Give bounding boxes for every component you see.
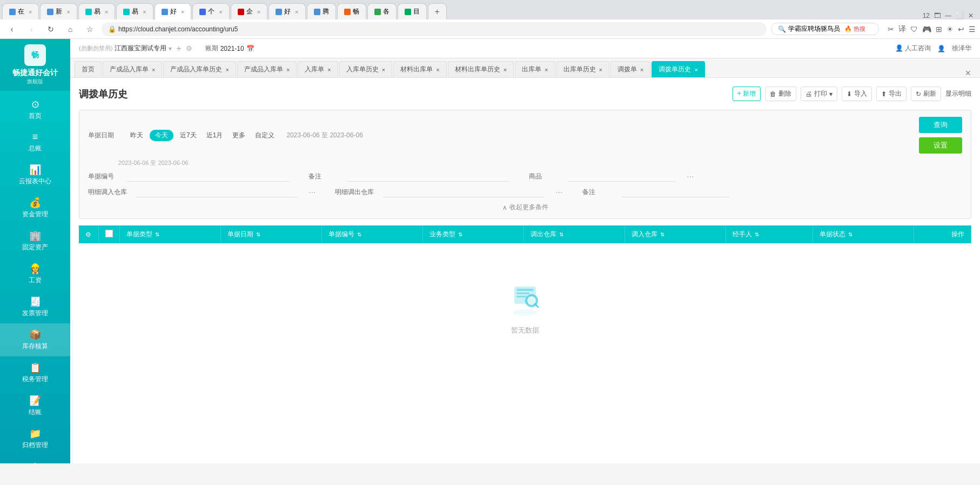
delete-btn[interactable]: 🗑 删除 (765, 87, 796, 101)
sidebar-item-close[interactable]: 📝 结账 (0, 389, 70, 422)
sidebar-item-reports[interactable]: 📊 云报表中心 (0, 158, 70, 191)
customer-service-btn[interactable]: 👤 人工咨询 (895, 44, 931, 53)
page-tab-transfer-history[interactable]: 调拨单历史 × (652, 61, 704, 77)
th-transfer-in[interactable]: 调入仓库 ⇅ (625, 225, 726, 243)
browser-tab-2[interactable]: 新 × (40, 3, 77, 19)
date-btn-more[interactable]: 更多 (229, 130, 249, 141)
undo-icon[interactable]: ↩ (958, 25, 964, 34)
shield-icon[interactable]: 🛡 (910, 25, 918, 34)
sort-biz-type-icon[interactable]: ⇅ (458, 231, 462, 237)
sidebar-item-ledger[interactable]: ≡ 总账 (0, 126, 70, 158)
browser-tab-1[interactable]: 在 × (2, 3, 39, 19)
page-tab-stock-in[interactable]: 产成品入库单 × (103, 61, 162, 77)
th-checkbox[interactable] (98, 225, 119, 243)
browser-tab-10[interactable]: 畅 (337, 3, 366, 19)
page-tab-home[interactable]: 首页 (75, 61, 102, 77)
sidebar-item-funds[interactable]: 💰 资金管理 (0, 191, 70, 224)
export-btn[interactable]: ⬆ 导出 (876, 87, 907, 101)
page-tab-material-out[interactable]: 材料出库单 × (393, 61, 446, 77)
display-detail-btn[interactable]: 显示明细 (945, 89, 971, 98)
th-voucher-no[interactable]: 单据编号 ⇅ (321, 225, 422, 243)
th-status[interactable]: 单据状态 ⇅ (813, 225, 914, 243)
settings-button[interactable]: 设置 (919, 137, 962, 154)
close-tab-transfer[interactable]: × (640, 67, 643, 73)
browser-tab-8[interactable]: 好 × (269, 3, 305, 19)
sort-voucher-type-icon[interactable]: ⇅ (155, 231, 159, 237)
date-btn-yesterday[interactable]: 昨天 (127, 130, 146, 141)
browser-tab-5[interactable]: 好 × (155, 3, 191, 19)
print-btn[interactable]: 🖨 打印 ▾ (801, 87, 837, 101)
user-avatar[interactable]: 👤 (937, 45, 945, 52)
close-tab-transfer-history[interactable]: × (694, 67, 697, 73)
sort-status-icon[interactable]: ⇅ (848, 231, 853, 237)
close-tab-inbound-history[interactable]: × (382, 67, 385, 73)
sort-transfer-in-icon[interactable]: ⇅ (660, 231, 664, 237)
page-tab-inbound-history[interactable]: 入库单历史 × (339, 61, 392, 77)
collapse-filter-btn[interactable]: ∧ 收起更多条件 (88, 203, 962, 212)
settings-gear-icon[interactable]: ⚙ (186, 44, 192, 52)
browser-tab-4[interactable]: 易 × (116, 3, 153, 19)
company-selector[interactable]: (勿删勿禁用) 江西服宝测试专用 ▾ (79, 44, 172, 53)
page-tab-outbound[interactable]: 出库单 × (515, 61, 555, 77)
date-btn-1month[interactable]: 近1月 (203, 130, 226, 141)
th-voucher-type[interactable]: 单据类型 ⇅ (119, 225, 220, 243)
sidebar-item-inventory[interactable]: 📦 库存核算 (0, 323, 70, 356)
home-button[interactable]: ⌂ (63, 22, 78, 37)
date-btn-today[interactable]: 今天 (150, 130, 173, 141)
query-button[interactable]: 查询 (919, 117, 962, 133)
date-btn-custom[interactable]: 自定义 (252, 130, 278, 141)
period-selector[interactable]: 账期 2021-10 📅 (205, 44, 254, 53)
sidebar-item-invoice[interactable]: 🧾 发票管理 (0, 290, 70, 323)
close-all-tabs-btn[interactable]: ✕ (961, 69, 976, 77)
date-btn-7days[interactable]: 近7天 (177, 130, 200, 141)
search-bar[interactable]: 🔍 学霸应聘场驱鸟员 🔥 热搜 (771, 23, 879, 35)
page-tab-transfer[interactable]: 调拨单 × (610, 61, 650, 77)
th-gear[interactable]: ⚙ (79, 225, 98, 243)
new-tab-btn[interactable]: + (428, 3, 447, 19)
remark-input[interactable] (621, 187, 729, 197)
close-tab-outbound[interactable]: × (545, 67, 548, 73)
close-tab-inbound[interactable]: × (327, 67, 331, 73)
sidebar-item-salary[interactable]: 👷 工资 (0, 257, 70, 290)
sidebar-item-settings[interactable]: ⚙ 基础设置 (0, 455, 70, 463)
game-icon[interactable]: 🎮 (922, 25, 931, 34)
page-tab-stock-in-2[interactable]: 产成品入库单 × (237, 61, 297, 77)
new-btn[interactable]: + 新增 (733, 87, 761, 101)
forward-button[interactable]: › (24, 22, 39, 37)
theme-icon[interactable]: ☀ (947, 25, 954, 34)
sidebar-item-tax[interactable]: 📋 税务管理 (0, 356, 70, 389)
detail-in-input[interactable] (136, 187, 298, 197)
detail-out-input[interactable] (382, 187, 545, 197)
close-tab-material-out[interactable]: × (436, 67, 439, 73)
goods-input[interactable] (568, 171, 676, 182)
close-tab-outbound-history[interactable]: × (599, 67, 602, 73)
close-tab-material-out-history[interactable]: × (504, 67, 507, 73)
menu-icon[interactable]: ☰ (969, 25, 976, 34)
browser-tab-7[interactable]: 企 × (231, 3, 267, 19)
address-bar[interactable]: 🔒 https://cloud.chanjet.com/accounting/u… (102, 22, 767, 36)
star-button[interactable]: ☆ (82, 22, 97, 37)
select-all-checkbox[interactable] (105, 230, 113, 237)
th-handler[interactable]: 经手人 ⇅ (726, 225, 813, 243)
detail-in-more-btn[interactable]: ··· (308, 188, 316, 197)
goods-more-btn[interactable]: ··· (687, 172, 694, 182)
import-btn[interactable]: ⬇ 导入 (842, 87, 872, 101)
th-transfer-out[interactable]: 调出仓库 ⇅ (523, 225, 625, 243)
page-tab-inbound[interactable]: 入库单 × (298, 61, 338, 77)
refresh-browser-button[interactable]: ↻ (43, 22, 58, 37)
sidebar-item-archive[interactable]: 📁 归档管理 (0, 422, 70, 455)
browser-tab-6[interactable]: 个 × (192, 3, 229, 19)
refresh-btn[interactable]: ↻ 刷新 (911, 87, 941, 101)
sort-voucher-no-icon[interactable]: ⇅ (357, 231, 361, 237)
page-tab-material-out-history[interactable]: 材料出库单历史 × (448, 61, 514, 77)
sidebar-item-home[interactable]: ⊙ 首页 (0, 93, 70, 126)
th-date[interactable]: 单据日期 ⇅ (220, 225, 321, 243)
translate-icon[interactable]: 译 (898, 24, 906, 34)
voucher-no-input[interactable] (127, 171, 289, 182)
tools-icon[interactable]: ✂ (888, 25, 894, 34)
browser-tab-11[interactable]: 各 (367, 3, 397, 19)
sort-handler-icon[interactable]: ⇅ (755, 231, 759, 237)
grid-icon[interactable]: ⊞ (936, 25, 942, 34)
back-button[interactable]: ‹ (4, 22, 19, 37)
sort-transfer-out-icon[interactable]: ⇅ (559, 231, 563, 237)
